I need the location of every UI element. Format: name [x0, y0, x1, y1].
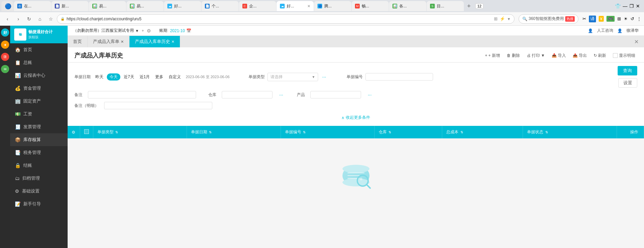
- th-checkbox[interactable]: [80, 126, 93, 138]
- theme-icon[interactable]: ☀: [624, 16, 628, 21]
- game-icon[interactable]: 🎮: [606, 16, 615, 22]
- add-company-btn[interactable]: +: [142, 28, 144, 33]
- action-show-detail[interactable]: 显示明细: [611, 52, 637, 60]
- window-maximize[interactable]: ❐: [629, 3, 634, 9]
- checkbox-all[interactable]: [84, 129, 89, 134]
- sidebar-item-ledger[interactable]: 📋 总账: [10, 56, 68, 69]
- more-icon[interactable]: ⋮: [637, 16, 641, 21]
- page-tab-list-close[interactable]: ✕: [121, 40, 124, 44]
- app-icon-mail[interactable]: ✉: [1, 65, 9, 73]
- sidebar-item-newbie[interactable]: 📝 新手引导: [10, 198, 68, 210]
- action-delete[interactable]: 🗑 删除: [505, 52, 522, 60]
- action-add[interactable]: + + 新增: [483, 52, 502, 60]
- checkbox-display-box[interactable]: [613, 53, 618, 58]
- tab-4[interactable]: 📊 易...: [126, 1, 164, 11]
- product-filter-input[interactable]: [310, 91, 361, 98]
- tab-6[interactable]: 📄 个...: [201, 1, 239, 11]
- sidebar-item-home[interactable]: 🏠 首页: [10, 43, 68, 56]
- date-7days[interactable]: 近7天: [122, 73, 136, 81]
- search-bar[interactable]: 🔍 360智能抠图免费用 热搜: [519, 14, 578, 24]
- sidebar-item-settings[interactable]: ⚙ 基础设置: [10, 185, 68, 198]
- window-minimize[interactable]: —: [623, 3, 627, 9]
- th-number[interactable]: 单据编号 ⇅: [281, 126, 375, 138]
- tab-3[interactable]: 📊 易...: [89, 1, 126, 11]
- type-filter-select[interactable]: 请选择 ▼: [267, 73, 318, 81]
- sidebar-item-reports[interactable]: 📊 云报表中心: [10, 69, 68, 82]
- page-tab-list[interactable]: 产成品入库单 ✕: [88, 36, 129, 47]
- sync-icon[interactable]: ↺: [630, 16, 634, 21]
- calendar-icon[interactable]: 📅: [186, 28, 191, 33]
- type-dots-btn[interactable]: ···: [321, 74, 328, 80]
- note-detail-filter-input[interactable]: [104, 102, 212, 109]
- app-icon-main[interactable]: 好: [1, 28, 9, 37]
- warehouse-dots-btn[interactable]: ···: [278, 92, 285, 97]
- sidebar-item-assets[interactable]: 🏢 固定资产: [10, 95, 68, 108]
- tab-8-close[interactable]: ✕: [307, 4, 310, 8]
- action-import[interactable]: 📥 导入: [550, 52, 568, 60]
- page-tab-home[interactable]: 首页: [68, 36, 88, 47]
- company-selector[interactable]: （勿删勿禁用）江西服宝测试专用 ▼: [73, 28, 139, 33]
- action-refresh[interactable]: ↻ 刷新: [592, 52, 608, 60]
- sidebar-item-payroll[interactable]: 💵 工资: [10, 108, 68, 120]
- home-button[interactable]: ⌂: [35, 14, 45, 24]
- flash-icon[interactable]: ⚡: [500, 16, 505, 21]
- action-export[interactable]: 📤 导出: [571, 52, 589, 60]
- grid-apps-icon[interactable]: ⊞: [617, 16, 621, 21]
- scissors-icon[interactable]: ✂: [582, 16, 586, 21]
- currency-icon[interactable]: ¥: [599, 16, 604, 22]
- translate-icon[interactable]: 译: [589, 16, 596, 22]
- date-custom[interactable]: 自定义: [167, 73, 183, 81]
- settings-gear-icon[interactable]: ⚙: [147, 28, 151, 33]
- tab-10[interactable]: M 畅...: [352, 1, 389, 11]
- tab-8[interactable]: ☁ 好... ✕: [277, 1, 314, 11]
- tab-9[interactable]: 🔵 腾...: [314, 1, 351, 11]
- browser-back-tab[interactable]: 🔵: [1, 1, 14, 11]
- date-more[interactable]: 更多: [153, 73, 165, 81]
- sidebar-item-tax[interactable]: 📑 税务管理: [10, 146, 68, 159]
- new-tab-button[interactable]: +: [464, 1, 474, 11]
- panel-close-btn[interactable]: ✕: [629, 39, 644, 45]
- page-tab-history[interactable]: 产成品入库单历史 ✕: [129, 36, 180, 47]
- date-yesterday[interactable]: 昨天: [93, 73, 105, 81]
- date-today[interactable]: 今天: [107, 73, 120, 81]
- period-selector[interactable]: 账期 2021-10 📅: [159, 28, 191, 33]
- th-status[interactable]: 单据状态 ⇅: [523, 126, 617, 138]
- tab-1[interactable]: 在 在...: [14, 1, 51, 11]
- th-warehouse[interactable]: 仓库 ⇅: [375, 126, 442, 138]
- th-total-cost[interactable]: 总成本 ⇅: [442, 126, 523, 138]
- app-icon-weibo[interactable]: 微: [1, 53, 9, 61]
- chevron-down-icon[interactable]: ▼: [507, 17, 511, 21]
- number-filter-input[interactable]: [365, 73, 433, 81]
- collapse-btn[interactable]: ∧ 收起更多条件: [74, 113, 637, 122]
- tab-12[interactable]: S 目...: [427, 1, 464, 11]
- tab-2[interactable]: 📄 新...: [51, 1, 89, 11]
- reload-button[interactable]: ↻: [24, 14, 34, 24]
- th-date[interactable]: 单据日期 ⇅: [187, 126, 281, 138]
- sidebar-item-archive[interactable]: 🗂 归档管理: [10, 172, 68, 185]
- sidebar-item-finance[interactable]: 💰 资金管理: [10, 82, 68, 95]
- window-close[interactable]: ✕: [636, 3, 640, 9]
- human-service-label[interactable]: 人工咨询: [597, 28, 613, 33]
- back-button[interactable]: ‹: [3, 14, 12, 24]
- warehouse-filter-input[interactable]: [222, 91, 272, 98]
- th-settings[interactable]: ⚙: [68, 126, 80, 138]
- date-1month[interactable]: 近1月: [138, 73, 152, 81]
- tab-11[interactable]: 📊 各...: [389, 1, 426, 11]
- tab-7[interactable]: C 企...: [239, 1, 276, 11]
- th-type[interactable]: 单据类型 ⇅: [93, 126, 187, 138]
- sidebar-item-invoice[interactable]: 🧾 发票管理: [10, 120, 68, 133]
- product-dots-btn[interactable]: ···: [366, 92, 373, 97]
- set-button[interactable]: 设置: [618, 78, 637, 88]
- query-button[interactable]: 查询: [618, 66, 637, 75]
- grid-icon[interactable]: ⊞: [494, 16, 498, 21]
- tab-5[interactable]: ☁ 好...: [164, 1, 201, 11]
- action-print[interactable]: 🖨 打印 ▼: [525, 52, 547, 60]
- sidebar-item-closing[interactable]: 🔒 结账: [10, 159, 68, 172]
- note-filter-input[interactable]: [88, 91, 196, 98]
- bookmark-button[interactable]: ☆: [46, 14, 55, 24]
- address-bar[interactable]: 🔒 https://cloud.chanjet.com/accounting/u…: [57, 14, 515, 24]
- tab-count[interactable]: 12: [475, 3, 483, 9]
- page-tab-history-close[interactable]: ✕: [171, 40, 174, 44]
- sidebar-item-inventory[interactable]: 📦 库存核算: [10, 133, 68, 146]
- settings-col-icon[interactable]: ⚙: [72, 130, 75, 135]
